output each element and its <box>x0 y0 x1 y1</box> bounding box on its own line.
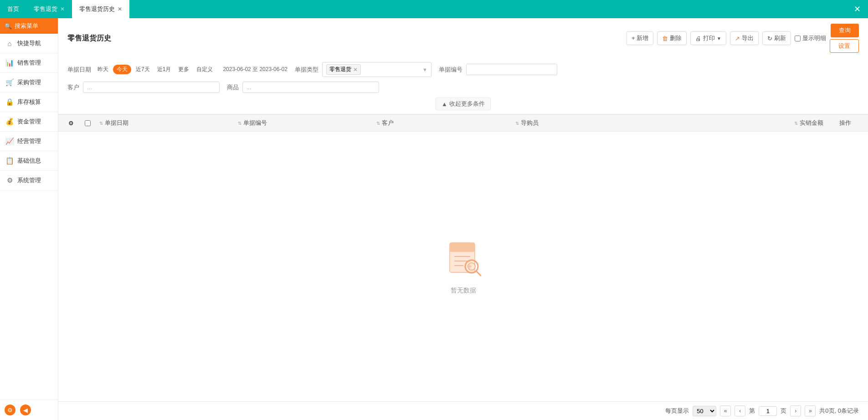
tab-return-history-close[interactable]: ✕ <box>118 6 122 12</box>
table-header: ⚙ ⇅ 单据日期 ⇅ 单据编号 ⇅ 客户 ⇅ <box>58 114 868 132</box>
filter-customer: 客户 ... <box>67 82 220 93</box>
sidebar-item-purchase-mgmt[interactable]: 🛒 采购管理 <box>0 73 58 92</box>
chevron-up-icon: ▲ <box>442 101 447 108</box>
settings-gear-icon[interactable]: ⚙ <box>68 120 74 127</box>
info-icon: 📋 <box>5 157 14 165</box>
system-icon: ⚙ <box>5 176 14 184</box>
filter-bill-type: 单据类型 零售退货 ✕ ▼ <box>295 62 431 77</box>
date-option-1month[interactable]: 近1月 <box>154 65 174 74</box>
tab-home[interactable]: 首页 <box>0 0 26 18</box>
tab-return[interactable]: 零售退货 ✕ <box>26 0 72 18</box>
sidebar-item-basic-info[interactable]: 📋 基础信息 <box>0 151 58 171</box>
prev-page-button[interactable]: ‹ <box>734 405 745 416</box>
delete-button[interactable]: 🗑 删除 <box>657 31 687 45</box>
th-date: ⇅ 单据日期 <box>96 119 234 127</box>
collapse-sidebar-icon[interactable]: ◀ <box>20 405 31 415</box>
sort-icon-amount[interactable]: ⇅ <box>794 121 798 126</box>
empty-text: 暂无数据 <box>451 287 476 295</box>
tab-return-close[interactable]: ✕ <box>60 6 65 12</box>
search-icon: 🔍 <box>5 23 12 30</box>
th-checkbox[interactable] <box>79 120 96 126</box>
show-detail-input[interactable] <box>795 36 801 41</box>
main-layout: 🔍 搜索菜单 ⌂ 快捷导航 📊 销售管理 🛒 采购管理 🔒 库存核算 💰 资金管… <box>0 18 868 420</box>
sidebar-search[interactable]: 🔍 搜索菜单 <box>0 18 58 34</box>
first-page-button[interactable]: « <box>720 405 731 416</box>
sidebar-item-finance[interactable]: 💰 资金管理 <box>0 112 58 132</box>
sort-icon-number[interactable]: ⇅ <box>238 121 241 126</box>
sidebar: 🔍 搜索菜单 ⌂ 快捷导航 📊 销售管理 🛒 采购管理 🔒 库存核算 💰 资金管… <box>0 18 58 420</box>
filter-date: 单据日期 昨天 今天 近7天 近1月 更多 自定义 <box>67 65 216 74</box>
page-header: 零售退货历史 + 新增 🗑 删除 🖨 打印 ▼ ↗ <box>58 18 868 114</box>
sales-icon: 📊 <box>5 59 14 67</box>
home-icon: ⌂ <box>5 39 14 47</box>
sidebar-item-system-mgmt[interactable]: ⚙ 系统管理 <box>0 171 58 190</box>
svg-line-7 <box>476 271 481 276</box>
page-number-input[interactable] <box>759 406 777 416</box>
query-button[interactable]: 查询 <box>831 24 859 37</box>
finance-icon: 💰 <box>5 118 14 126</box>
sidebar-item-inventory[interactable]: 🔒 库存核算 <box>0 92 58 112</box>
goods-select[interactable]: ... <box>242 82 379 93</box>
sidebar-item-sales-mgmt[interactable]: 📊 销售管理 <box>0 53 58 73</box>
inventory-icon: 🔒 <box>5 98 14 106</box>
content-area: 零售退货历史 + 新增 🗑 删除 🖨 打印 ▼ ↗ <box>58 18 868 420</box>
refresh-button[interactable]: ↻ 刷新 <box>762 31 791 45</box>
date-options: 昨天 今天 近7天 近1月 更多 自定义 <box>95 65 216 74</box>
customer-select[interactable]: ... <box>83 82 220 93</box>
filter-row-1: 单据日期 昨天 今天 近7天 近1月 更多 自定义 2023-06-02 至 2… <box>67 62 859 82</box>
settings-bottom-icon[interactable]: ⚙ <box>5 405 15 415</box>
th-action: 操作 <box>827 119 863 127</box>
th-number: ⇅ 单据编号 <box>234 119 373 127</box>
sidebar-item-quick-nav[interactable]: ⌂ 快捷导航 <box>0 34 58 53</box>
empty-state-icon <box>441 238 486 279</box>
total-records: 共0页, 0条记录 <box>819 407 859 415</box>
window-close-button[interactable]: ✕ <box>847 0 868 18</box>
select-all-checkbox[interactable] <box>85 120 91 126</box>
sort-icon-guide[interactable]: ⇅ <box>515 121 519 126</box>
page-title-row: 零售退货历史 + 新增 🗑 删除 🖨 打印 ▼ ↗ <box>67 24 859 57</box>
purchase-icon: 🛒 <box>5 78 14 87</box>
settings-button[interactable]: 设置 <box>830 39 859 53</box>
export-button[interactable]: ↗ 导出 <box>730 31 759 45</box>
filter-date-range: 2023-06-02 至 2023-06-02 <box>223 66 287 73</box>
filter-goods: 商品 ... <box>227 82 379 93</box>
table-container: ⚙ ⇅ 单据日期 ⇅ 单据编号 ⇅ 客户 ⇅ <box>58 114 868 401</box>
toolbar-actions: + 新增 🗑 删除 🖨 打印 ▼ ↗ 导出 <box>627 24 859 53</box>
sidebar-item-ops[interactable]: 📈 经营管理 <box>0 132 58 151</box>
date-option-7days[interactable]: 近7天 <box>133 65 153 74</box>
svg-rect-1 <box>450 243 475 252</box>
add-button[interactable]: + 新增 <box>627 31 653 45</box>
empty-state: 暂无数据 <box>58 132 868 401</box>
ops-icon: 📈 <box>5 137 14 145</box>
bill-type-select[interactable]: 零售退货 ✕ ▼ <box>322 62 431 77</box>
bill-type-tag: 零售退货 ✕ <box>326 64 361 75</box>
th-amount: ⇅ 实销金额 <box>781 119 827 127</box>
sort-icon-date[interactable]: ⇅ <box>99 121 103 126</box>
th-guide: ⇅ 导购员 <box>512 119 650 127</box>
top-nav: 首页 零售退货 ✕ 零售退货历史 ✕ ✕ <box>0 0 868 18</box>
th-customer: ⇅ 客户 <box>373 119 511 127</box>
bill-number-input[interactable] <box>466 64 557 75</box>
nav-tabs: 首页 零售退货 ✕ 零售退货历史 ✕ <box>0 0 847 18</box>
sidebar-bottom: ⚙ ◀ <box>0 400 58 420</box>
date-option-more[interactable]: 更多 <box>175 65 192 74</box>
next-page-button[interactable]: › <box>790 405 801 416</box>
sort-icon-customer[interactable]: ⇅ <box>376 121 380 126</box>
page-title: 零售退货历史 <box>67 34 111 43</box>
show-detail-checkbox[interactable]: 显示明细 <box>795 34 826 42</box>
tab-return-history[interactable]: 零售退货历史 ✕ <box>72 0 129 18</box>
print-button[interactable]: 🖨 打印 ▼ <box>690 31 726 45</box>
filter-bill-number: 单据编号 <box>439 64 557 75</box>
tag-close-icon[interactable]: ✕ <box>353 67 358 73</box>
per-page-select[interactable]: 50 10 20 100 <box>693 406 716 416</box>
date-option-yesterday[interactable]: 昨天 <box>95 65 111 74</box>
chevron-down-icon: ▼ <box>422 67 427 72</box>
filter-area: 单据日期 昨天 今天 近7天 近1月 更多 自定义 2023-06-02 至 2… <box>67 57 859 110</box>
last-page-button[interactable]: » <box>805 405 816 416</box>
th-settings[interactable]: ⚙ <box>63 120 79 127</box>
date-option-custom[interactable]: 自定义 <box>194 65 216 74</box>
date-option-today[interactable]: 今天 <box>113 65 131 74</box>
pagination-bar: 每页显示 50 10 20 100 « ‹ 第 页 › » 共0页, 0条记录 <box>58 401 868 420</box>
filter-row-2: 客户 ... 商品 ... <box>67 82 859 97</box>
collapse-button[interactable]: ▲ 收起更多条件 <box>436 97 491 110</box>
